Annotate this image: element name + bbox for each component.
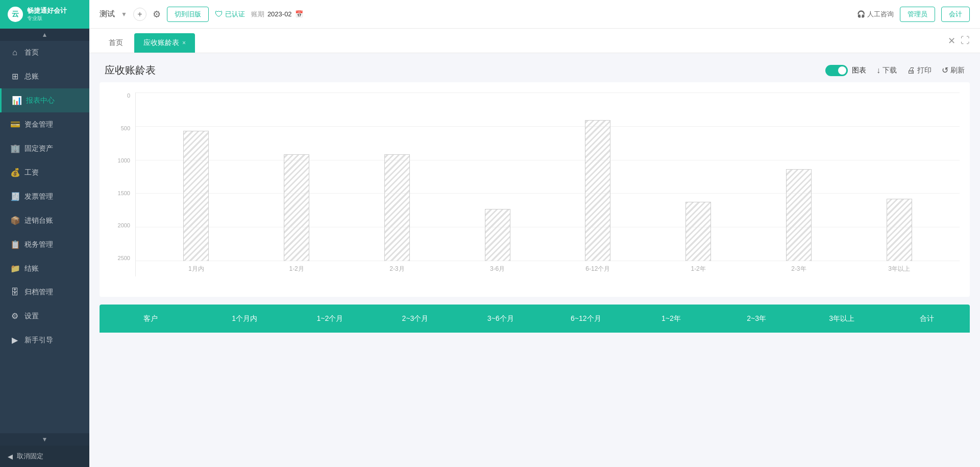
x-label: 1-2月 xyxy=(281,265,312,273)
settings-gear-icon[interactable]: ⚙ xyxy=(153,9,161,20)
company-dropdown-icon[interactable]: ▼ xyxy=(121,11,127,18)
chart-bar-group xyxy=(887,199,912,261)
download-icon: ↓ xyxy=(876,66,880,75)
chart-toggle-container: 图表 xyxy=(825,65,866,76)
sidebar-item-home[interactable]: ⌂ 首页 xyxy=(0,41,89,64)
chart-bar xyxy=(284,154,309,261)
consult-label: 人工咨询 xyxy=(867,10,894,19)
add-company-btn[interactable]: + xyxy=(133,8,146,21)
user-btn[interactable]: 管理员 xyxy=(900,7,935,22)
certified-icon: 🛡 xyxy=(215,10,223,19)
chart-bar xyxy=(585,120,610,261)
chart-y-axis: 2500 2000 1500 1000 500 0 xyxy=(110,92,135,276)
sidebar-item-reports[interactable]: 📊 报表中心 xyxy=(0,88,89,112)
sidebar-item-settings[interactable]: ⚙ 设置 xyxy=(0,304,89,328)
company-name: 测试 xyxy=(100,9,115,19)
sidebar-item-label: 税务管理 xyxy=(24,240,53,249)
scroll-down-btn[interactable]: ▼ xyxy=(0,433,89,446)
y-label-5: 2500 xyxy=(110,255,130,261)
tabbar-actions: ✕ ⛶ xyxy=(948,35,970,46)
sidebar-item-inventory[interactable]: 📦 进销台账 xyxy=(0,208,89,232)
reports-icon: 📊 xyxy=(12,96,21,105)
pin-icon: ◀ xyxy=(8,453,13,460)
sidebar-item-archive[interactable]: 🗄 归档管理 xyxy=(0,281,89,304)
tab-home[interactable]: 首页 xyxy=(100,33,132,53)
calendar-icon[interactable]: 📅 xyxy=(295,10,303,18)
refresh-icon: ↺ xyxy=(942,65,948,75)
closing-icon: 📁 xyxy=(10,264,19,273)
logo-badge: 专业版 xyxy=(27,15,67,22)
print-label: 打印 xyxy=(917,66,932,75)
tab-close-icon[interactable]: × xyxy=(182,39,186,46)
chart-toggle[interactable] xyxy=(825,65,848,76)
y-label-1: 500 xyxy=(110,125,130,131)
y-label-0: 0 xyxy=(110,92,130,99)
x-label: 2-3月 xyxy=(382,265,412,273)
sidebar-item-label: 归档管理 xyxy=(24,288,53,297)
x-label: 6-12个月 xyxy=(582,265,613,273)
consult-icon: 🎧 xyxy=(857,10,865,18)
table-header-col: 客户 xyxy=(100,314,202,323)
sidebar-item-label: 进销台账 xyxy=(24,216,53,225)
content-area: 应收账龄表 图表 ↓ 下载 🖨 打印 ↺ 刷新 xyxy=(89,53,980,467)
switch-version-btn[interactable]: 切到旧版 xyxy=(167,7,209,22)
chart-bar-group xyxy=(485,209,510,261)
main-area: 测试 ▼ + ⚙ 切到旧版 🛡 已认证 账期 2023-02 📅 🎧 人工咨询 … xyxy=(89,0,980,467)
guide-icon: ▶ xyxy=(10,335,19,345)
chart-toggle-label: 图表 xyxy=(852,66,866,75)
scroll-up-btn[interactable]: ▲ xyxy=(0,29,89,41)
table-header: 客户1个月内1~2个月2~3个月3~6个月6~12个月1~2年2~3年3年以上合… xyxy=(100,305,970,333)
y-label-4: 2000 xyxy=(110,222,130,228)
print-btn[interactable]: 🖨 打印 xyxy=(907,66,932,75)
sidebar-item-assets[interactable]: 🏢 固定资产 xyxy=(0,136,89,160)
chart-bar xyxy=(786,169,812,261)
period-label: 账期 xyxy=(251,10,264,19)
certified-label: 已认证 xyxy=(225,10,245,19)
sidebar-item-guide[interactable]: ▶ 新手引导 xyxy=(0,328,89,352)
logo-title: 畅捷通好会计 xyxy=(27,7,67,15)
refresh-label: 刷新 xyxy=(950,66,965,75)
chart-bar-group xyxy=(284,154,309,261)
period-value: 2023-02 xyxy=(267,10,292,18)
sidebar-item-label: 结账 xyxy=(24,264,39,273)
assets-icon: 🏢 xyxy=(10,144,19,153)
sidebar-item-label: 资金管理 xyxy=(24,120,53,129)
chart-bars-row xyxy=(136,92,960,261)
sidebar-item-label: 报表中心 xyxy=(26,96,55,105)
x-label: 3-6月 xyxy=(482,265,513,273)
x-label: 1月内 xyxy=(181,265,211,273)
print-icon: 🖨 xyxy=(907,66,915,75)
table-header-col: 6~12个月 xyxy=(543,314,628,323)
sidebar-item-salary[interactable]: 💰 工资 xyxy=(0,160,89,184)
sidebar: 云 畅捷通好会计 专业版 ▲ ⌂ 首页 ⊞ 总账 📊 报表中心 💳 资金管理 🏢… xyxy=(0,0,89,467)
tab-aging-label: 应收账龄表 xyxy=(143,38,179,48)
invoice-icon: 🧾 xyxy=(10,192,19,201)
sidebar-item-closing[interactable]: 📁 结账 xyxy=(0,256,89,281)
topbar: 测试 ▼ + ⚙ 切到旧版 🛡 已认证 账期 2023-02 📅 🎧 人工咨询 … xyxy=(89,0,980,29)
sidebar-item-tax[interactable]: 📋 税务管理 xyxy=(0,232,89,256)
expand-icon[interactable]: ⛶ xyxy=(961,35,970,46)
sidebar-item-ledger[interactable]: ⊞ 总账 xyxy=(0,64,89,88)
cancel-fixed-btn[interactable]: ◀ 取消固定 xyxy=(0,446,89,467)
close-window-icon[interactable]: ✕ xyxy=(948,35,955,46)
download-btn[interactable]: ↓ 下载 xyxy=(876,66,897,75)
chart-x-labels: 1月内1-2月2-3月3-6月6-12个月1-2年2-3年3年以上 xyxy=(136,261,960,276)
accountant-btn[interactable]: 会计 xyxy=(941,7,970,22)
table-header-col: 2~3年 xyxy=(714,314,799,323)
page-actions: 图表 ↓ 下载 🖨 打印 ↺ 刷新 xyxy=(825,65,965,76)
sidebar-item-label: 总账 xyxy=(24,72,39,81)
consult-btn[interactable]: 🎧 人工咨询 xyxy=(857,10,894,19)
salary-icon: 💰 xyxy=(10,168,19,177)
period-info: 账期 2023-02 📅 xyxy=(251,10,303,19)
sidebar-item-label: 新手引导 xyxy=(24,336,53,345)
ledger-icon: ⊞ xyxy=(10,72,19,81)
tab-aging[interactable]: 应收账龄表 × xyxy=(134,33,195,53)
chart-plot-area: 1月内1-2月2-3月3-6月6-12个月1-2年2-3年3年以上 xyxy=(135,92,960,276)
sidebar-item-invoice[interactable]: 🧾 发票管理 xyxy=(0,184,89,208)
sidebar-item-finance[interactable]: 💳 资金管理 xyxy=(0,112,89,136)
logo-text-block: 畅捷通好会计 专业版 xyxy=(27,7,67,22)
sidebar-item-label: 工资 xyxy=(24,168,39,177)
refresh-btn[interactable]: ↺ 刷新 xyxy=(942,65,965,75)
sidebar-logo: 云 畅捷通好会计 专业版 xyxy=(0,0,89,29)
sidebar-item-label: 固定资产 xyxy=(24,144,53,153)
